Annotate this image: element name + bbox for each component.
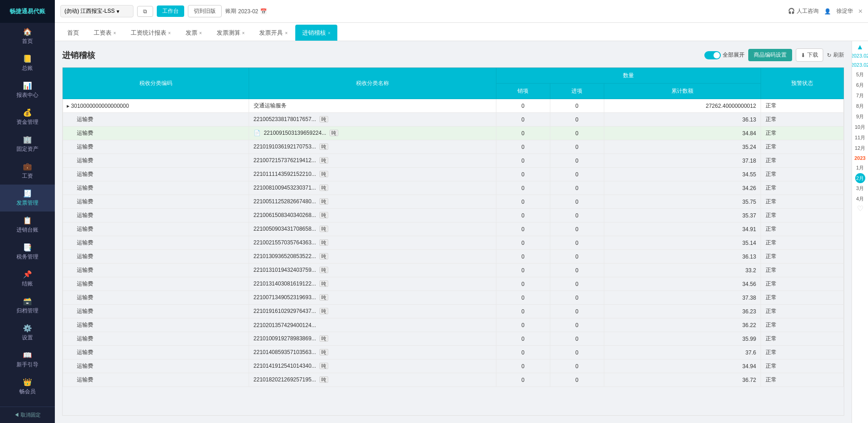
tag-badge: 吨 bbox=[320, 239, 328, 246]
tab-salary-close[interactable]: × bbox=[113, 31, 116, 36]
cell-name: 运输费 bbox=[63, 209, 249, 222]
tab-home[interactable]: 首页 bbox=[60, 25, 86, 41]
table-row[interactable]: 运输费 2210051125282667480... 吨 0 0 35.75 正… bbox=[63, 195, 844, 209]
tag-badge: 吨 bbox=[320, 363, 328, 369]
sidebar-item-inout[interactable]: 📋 进销台账 bbox=[0, 212, 55, 238]
table-row[interactable]: 运输费 2210141912541014340... 吨 0 0 34.94 正… bbox=[63, 360, 844, 373]
right-panel-month-1[interactable]: 1月 bbox=[853, 163, 867, 173]
support-button[interactable]: 🎧 人工咨询 bbox=[788, 7, 818, 15]
tab-salary-report-close[interactable]: × bbox=[168, 31, 171, 36]
sidebar-item-assets[interactable]: 🏢 固定资产 bbox=[0, 131, 55, 158]
company-name: (勿动) 江西报宝-LSS bbox=[64, 7, 115, 15]
sidebar-item-guide[interactable]: 📖 新手引导 bbox=[0, 346, 55, 373]
product-code-settings-button[interactable]: 商品编码设置 bbox=[748, 49, 792, 61]
tab-invoice-issue-close[interactable]: × bbox=[285, 31, 288, 36]
right-panel-month-11[interactable]: 11月 bbox=[853, 132, 867, 143]
switch-version-button[interactable]: 切到旧版 bbox=[188, 5, 222, 17]
sidebar-item-close[interactable]: 📌 结账 bbox=[0, 265, 55, 292]
table-row[interactable]: 运输费 2210052338178017657... 吨 0 0 36.13 正… bbox=[63, 113, 844, 127]
tab-salary[interactable]: 工资表 × bbox=[87, 25, 123, 41]
cell-status: 正常 bbox=[761, 264, 844, 277]
sidebar-item-settings[interactable]: ⚙️ 设置 bbox=[0, 319, 55, 346]
tab-reconcile-close[interactable]: × bbox=[328, 31, 330, 36]
right-panel-month-4[interactable]: 4月 bbox=[853, 194, 867, 204]
table-row[interactable]: 运输费 2210021557035764363... 吨 0 0 35.14 正… bbox=[63, 236, 844, 250]
cell-purchase: 0 bbox=[550, 360, 604, 373]
cell-name: 运输费 bbox=[63, 305, 249, 318]
table-row[interactable]: 运输费 2210130936520853522... 吨 0 0 36.13 正… bbox=[63, 250, 844, 264]
right-panel-month-9[interactable]: 9月 bbox=[853, 111, 867, 122]
right-panel-month-2-active[interactable]: 2月 bbox=[855, 173, 865, 183]
cell-cumulative: 36.23 bbox=[604, 305, 761, 318]
tag-badge: 吨 bbox=[320, 157, 328, 164]
table-row[interactable]: 运输费 2210131019432403759... 吨 0 0 33.2 正常 bbox=[63, 264, 844, 277]
table-row[interactable]: 运输费 2210072157376219412... 吨 0 0 37.18 正… bbox=[63, 154, 844, 168]
copy-button[interactable]: ⧉ bbox=[137, 6, 153, 17]
cell-sales: 0 bbox=[496, 181, 550, 195]
table-row[interactable]: 运输费 2210131403081619122... 吨 0 0 34.56 正… bbox=[63, 277, 844, 291]
tag-badge: 吨 bbox=[320, 143, 328, 150]
sidebar-item-invoice[interactable]: 🧾 发票管理 bbox=[0, 185, 55, 212]
cell-sales: 0 bbox=[496, 250, 550, 264]
tab-invoice[interactable]: 发票 × bbox=[179, 25, 209, 41]
right-panel-month-12[interactable]: 12月 bbox=[853, 143, 867, 153]
cell-name: 运输费 bbox=[63, 222, 249, 236]
table-row[interactable]: 运输费 2210191610292976437... 吨 0 0 36.23 正… bbox=[63, 305, 844, 318]
cell-sales: 0 bbox=[496, 195, 550, 209]
right-panel-month-8[interactable]: 8月 bbox=[853, 101, 867, 111]
copy-icon: ⧉ bbox=[143, 8, 147, 15]
cell-status: 正常 bbox=[761, 127, 844, 140]
tab-invoice-calc-close[interactable]: × bbox=[242, 31, 245, 36]
sidebar-item-funds[interactable]: 💰 资金管理 bbox=[0, 104, 55, 131]
tab-reconcile[interactable]: 进销稽核 × bbox=[295, 25, 337, 41]
sidebar-footer-unpin[interactable]: ◀ 取消固定 bbox=[0, 407, 55, 423]
calendar-icon[interactable]: 📅 bbox=[260, 8, 267, 15]
funds-icon: 💰 bbox=[23, 108, 32, 117]
right-panel-month-10[interactable]: 10月 bbox=[853, 122, 867, 132]
table-row[interactable]: 运输费 2210081009453230371... 吨 0 0 34.26 正… bbox=[63, 181, 844, 195]
company-selector[interactable]: (勿动) 江西报宝-LSS ▾ bbox=[60, 5, 133, 17]
col-purchase: 进项 bbox=[550, 84, 604, 99]
table-row[interactable]: 运输费 2210050903431708658... 吨 0 0 34.91 正… bbox=[63, 222, 844, 236]
sidebar-item-label: 进销台账 bbox=[16, 226, 38, 234]
refresh-button[interactable]: ↻ 刷新 bbox=[827, 51, 844, 59]
right-panel-month-7[interactable]: 7月 bbox=[853, 90, 867, 101]
table-row[interactable]: 运输费 📄 2210091503139659224... 吨 0 0 34.84… bbox=[63, 127, 844, 140]
table-row[interactable]: 运输费 2210140859357103563... 吨 0 0 37.6 正常 bbox=[63, 346, 844, 360]
tab-invoice-issue[interactable]: 发票开具 × bbox=[252, 25, 294, 41]
table-row[interactable]: 运输费 2210111143592152210... 吨 0 0 34.55 正… bbox=[63, 168, 844, 181]
right-panel-up-arrow[interactable]: ▲ bbox=[857, 43, 864, 51]
cell-purchase: 0 bbox=[550, 346, 604, 360]
sidebar-item-home[interactable]: 🏠 首页 bbox=[0, 23, 55, 50]
table-row[interactable]: 运输费 2210071349052319693... 吨 0 0 37.38 正… bbox=[63, 291, 844, 305]
cell-name: 运输费 bbox=[63, 318, 249, 332]
sidebar-item-tax[interactable]: 📑 税务管理 bbox=[0, 238, 55, 265]
table-row[interactable]: 运输费 2210061508340340268... 吨 0 0 35.37 正… bbox=[63, 209, 844, 222]
tabbar: 首页 工资表 × 工资统计报表 × 发票 × 发票测算 × 发票开具 × 进销稽… bbox=[55, 23, 868, 41]
sidebar-item-label: 首页 bbox=[22, 37, 33, 45]
tab-salary-report[interactable]: 工资统计报表 × bbox=[124, 25, 178, 41]
table-row-parent[interactable]: ▸ 3010000000000000000 交通运输服务 0 0 27262.4… bbox=[63, 99, 844, 113]
cell-name: 运输费 bbox=[63, 140, 249, 154]
sidebar-item-ledger[interactable]: 📒 总账 bbox=[0, 50, 55, 77]
right-panel-month-3[interactable]: 3月 bbox=[853, 183, 867, 194]
topbar-close-button[interactable]: × bbox=[858, 7, 863, 16]
expand-toggle[interactable] bbox=[704, 51, 721, 59]
table-row[interactable]: 运输费 2210191036192170753... 吨 0 0 35.24 正… bbox=[63, 140, 844, 154]
right-panel-month-5[interactable]: 5月 bbox=[853, 69, 867, 80]
tab-invoice-calc[interactable]: 发票测算 × bbox=[210, 25, 252, 41]
sidebar-item-member[interactable]: 👑 畅会员 bbox=[0, 373, 55, 400]
table-row[interactable]: 运输费 2210201357429400124... 0 0 36.22 正常 bbox=[63, 318, 844, 332]
table-row[interactable]: 运输费 2210100919278983869... 吨 0 0 35.99 正… bbox=[63, 332, 844, 346]
download-button[interactable]: ⬇ 下载 bbox=[796, 48, 823, 62]
table-row[interactable]: 运输费 2210182021269257195... 吨 0 0 36.72 正… bbox=[63, 373, 844, 387]
tab-invoice-close[interactable]: × bbox=[199, 31, 202, 36]
right-panel-month-6[interactable]: 6月 bbox=[853, 80, 867, 90]
sidebar-item-archive[interactable]: 🗃️ 归档管理 bbox=[0, 292, 55, 319]
cell-sales: 0 bbox=[496, 236, 550, 250]
tab-invoice-issue-label: 发票开具 bbox=[259, 29, 283, 37]
sidebar-item-reports[interactable]: 📊 报表中心 bbox=[0, 77, 55, 104]
cell-sales: 0 bbox=[496, 291, 550, 305]
sidebar-item-salary[interactable]: 💼 工资 bbox=[0, 158, 55, 185]
workspace-button[interactable]: 工作台 bbox=[157, 5, 184, 17]
